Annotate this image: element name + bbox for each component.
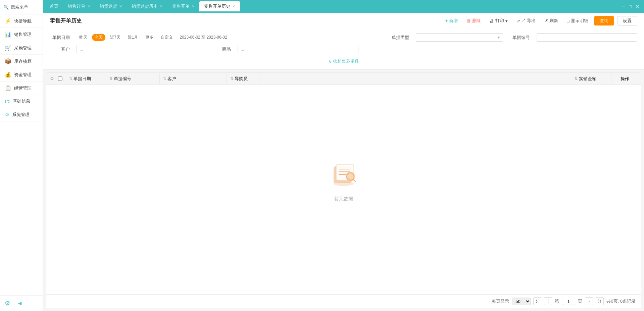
print-button[interactable]: 🖨 打印 ▾ <box>487 16 510 25</box>
refresh-icon: ↺ <box>544 18 548 23</box>
total-info: 共0页, 0条记录 <box>606 298 636 304</box>
export-label: ↗ 导出 <box>522 18 536 24</box>
refresh-button[interactable]: ↺ 刷新 <box>542 16 561 25</box>
table-settings-icon[interactable]: ⚙ <box>49 75 55 83</box>
display-detail-button[interactable]: □ 显示明细 <box>564 16 591 25</box>
col-header-date[interactable]: ⇅ 单据日期 <box>66 73 106 85</box>
tab-home[interactable]: 首页 <box>45 1 63 11</box>
col-sort-icon-guide: ⇅ <box>230 76 233 81</box>
page-prev-btn[interactable]: ⟨ <box>544 297 552 305</box>
order-num-input[interactable] <box>537 33 637 42</box>
sidebar-search[interactable]: 🔍 搜索采单 <box>0 0 43 14</box>
print-icon: 🖨 <box>490 18 494 23</box>
sidebar-item-purchase-mgmt[interactable]: 🛒 采购管理 <box>0 41 43 55</box>
date-btn-1month[interactable]: 近1月 <box>125 34 141 41</box>
sidebar-item-inventory[interactable]: 📦 库存核算 <box>0 55 43 68</box>
tab-close-sales-return[interactable]: ✕ <box>119 4 122 9</box>
page-first-btn[interactable]: ⟨⟨ <box>533 297 541 305</box>
sidebar-item-system[interactable]: ⚙ 系统管理 <box>0 108 43 121</box>
customer-select[interactable]: ... <box>77 45 197 53</box>
date-btn-today[interactable]: 今天 <box>92 34 105 41</box>
tab-close-sales-return-history[interactable]: ✕ <box>160 4 163 9</box>
tab-bar: 首页 销售订单 ✕ 销货退货 ✕ 销货退货历史 ✕ 零售开单 ✕ 零售开单历史 … <box>43 0 644 13</box>
date-btn-custom[interactable]: 自定义 <box>158 34 176 41</box>
col-header-amount[interactable]: ⇅ 实销金额 <box>571 73 611 85</box>
sidebar-item-quick-nav[interactable]: ⚡ 快捷导航 <box>0 14 43 28</box>
tab-sales-return-history[interactable]: 销货退货历史 ✕ <box>127 1 167 11</box>
sidebar-item-sales-mgmt[interactable]: 📊 销售管理 <box>0 28 43 41</box>
window-close-btn[interactable]: ✕ <box>636 4 639 9</box>
page-last-btn[interactable]: ⟩⟩ <box>596 297 604 305</box>
sidebar: 🔍 搜索采单 ⚡ 快捷导航 📊 销售管理 🛒 采购管理 📦 库存核算 💰 资金管… <box>0 0 43 311</box>
sidebar-collapse-icon[interactable]: ◄ <box>17 300 23 307</box>
sidebar-settings-icon[interactable]: ⚙ <box>5 300 10 307</box>
sidebar-item-label: 基础信息 <box>13 98 30 104</box>
settings-button[interactable]: 设置 <box>617 16 637 25</box>
delete-button[interactable]: 🗑 删除 <box>464 16 484 25</box>
page-suffix: 页 <box>578 298 582 304</box>
select-all-checkbox[interactable] <box>58 76 62 81</box>
sidebar-item-label: 资金管理 <box>14 72 32 78</box>
col-header-guide-label: 导购员 <box>235 76 248 82</box>
tab-sales-return[interactable]: 销货退货 ✕ <box>95 1 127 11</box>
page-number-input[interactable]: 1 <box>562 298 575 305</box>
sidebar-item-label: 采购管理 <box>14 45 32 51</box>
tab-sales-return-label: 销货退货 <box>100 3 117 9</box>
empty-icon <box>327 157 360 191</box>
filter-panel: 单据日期 昨天 今天 近7天 近1月 更多 自定义 2023-06-02 至 2… <box>43 29 644 70</box>
per-page-select[interactable]: 50 10 20 100 <box>512 298 531 305</box>
quick-nav-icon: ⚡ <box>5 18 11 24</box>
print-label: 打印 <box>495 18 504 24</box>
col-header-guide[interactable]: ⇅ 导购员 <box>227 73 260 85</box>
goods-select[interactable]: ... <box>238 45 358 53</box>
col-header-spacer <box>260 73 571 85</box>
page-header: 零售开单历史 + 新增 🗑 删除 🖨 打印 ▾ ↗ ↗ 导出 ↺ 刷新 <box>43 13 644 29</box>
tab-sales-order[interactable]: 销售订单 ✕ <box>63 1 95 11</box>
operation-icon: 📋 <box>5 85 11 91</box>
tab-retail-open-history-label: 零售开单历史 <box>204 3 230 9</box>
collapse-label: 收起更多条件 <box>333 58 359 64</box>
order-type-label: 单据类型 <box>389 35 409 41</box>
tab-close-sales-order[interactable]: ✕ <box>87 4 90 9</box>
sidebar-bottom: ⚙ ◄ <box>0 295 43 311</box>
customer-label: 客户 <box>50 46 70 52</box>
page-next-btn[interactable]: ⟩ <box>585 297 593 305</box>
date-btn-more[interactable]: 更多 <box>143 34 156 41</box>
window-minimize-btn[interactable]: ─ <box>622 4 625 9</box>
sidebar-item-operation[interactable]: 📋 经营管理 <box>0 82 43 95</box>
tab-retail-open-history[interactable]: 零售开单历史 ✕ <box>199 1 240 11</box>
sidebar-item-finance[interactable]: 💰 资金管理 <box>0 68 43 82</box>
checkbox-icon: □ <box>567 18 569 23</box>
page-title: 零售开单历史 <box>50 17 82 24</box>
col-sort-icon-date: ⇅ <box>69 76 72 81</box>
content-area: 零售开单历史 + 新增 🗑 删除 🖨 打印 ▾ ↗ ↗ 导出 ↺ 刷新 <box>43 13 644 311</box>
sidebar-item-label: 经营管理 <box>14 85 32 91</box>
collapse-more-btn[interactable]: ∧ 收起更多条件 <box>50 57 637 65</box>
col-header-number[interactable]: ⇅ 单据编号 <box>106 73 160 85</box>
tab-sales-order-label: 销售订单 <box>68 3 85 9</box>
col-sort-icon-number: ⇅ <box>109 76 112 81</box>
tab-home-label: 首页 <box>50 3 58 9</box>
add-button[interactable]: + 新增 <box>443 16 460 25</box>
col-header-client-label: 客户 <box>167 76 176 82</box>
finance-icon: 💰 <box>5 71 11 78</box>
export-button[interactable]: ↗ ↗ 导出 <box>514 16 539 25</box>
sidebar-item-basic-info[interactable]: 🗂 基础信息 <box>0 95 43 108</box>
tab-retail-open[interactable]: 零售开单 ✕ <box>167 1 199 11</box>
date-range-display: 2023-06-02 至 2023-06-02 <box>180 35 227 40</box>
col-header-client[interactable]: ⇅ 客户 <box>160 73 227 85</box>
date-btn-yesterday[interactable]: 昨天 <box>77 34 90 41</box>
tab-close-retail-open-history[interactable]: ✕ <box>232 4 235 9</box>
filter-row-1: 单据日期 昨天 今天 近7天 近1月 更多 自定义 2023-06-02 至 2… <box>50 33 637 42</box>
order-type-select[interactable]: ▾ <box>416 33 503 42</box>
query-button[interactable]: 查询 <box>594 16 614 25</box>
order-type-dropdown-icon: ▾ <box>498 35 500 40</box>
date-filter-label: 单据日期 <box>50 35 70 41</box>
basic-info-icon: 🗂 <box>5 98 10 104</box>
date-btn-7days[interactable]: 近7天 <box>107 34 123 41</box>
sidebar-search-label: 搜索采单 <box>11 4 28 10</box>
export-icon: ↗ <box>516 18 520 23</box>
window-maximize-btn[interactable]: □ <box>629 4 632 9</box>
collapse-icon: ∧ <box>328 59 332 64</box>
tab-close-retail-open[interactable]: ✕ <box>192 4 195 9</box>
